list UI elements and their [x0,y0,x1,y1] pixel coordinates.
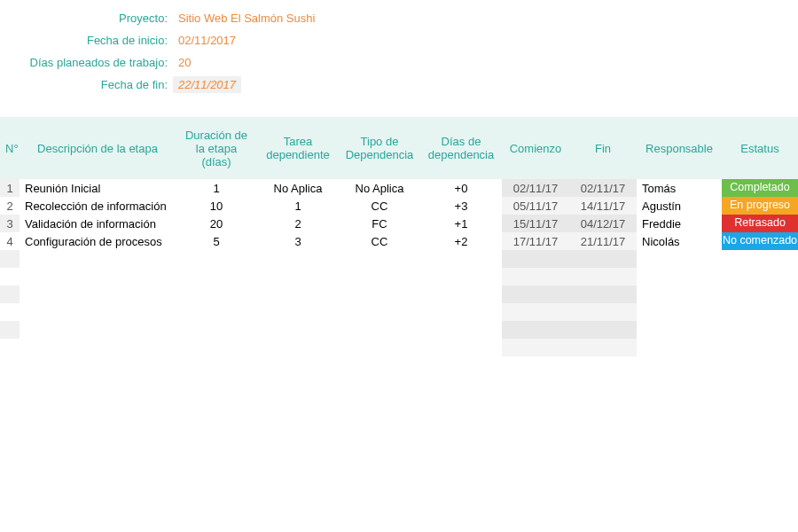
cell-dias: +0 [420,179,502,197]
col-dep: Tarea dependiente [257,117,339,179]
col-dur: Duración de la etapa (días) [176,117,257,179]
stages-table: N° Descripción de la etapa Duración de l… [0,117,798,356]
table-row-empty [0,321,798,339]
table-row[interactable]: 3Validación de información202FC+115/11/1… [0,215,798,232]
label-proyecto: Proyecto: [0,12,173,25]
cell-fin: 14/11/17 [569,197,637,215]
status-badge: Retrasado [722,215,798,232]
cell-dur: 5 [176,232,257,250]
cell-tipo: No Aplica [339,179,420,197]
cell-resp: Freddie [637,215,722,232]
cell-dep: 2 [257,215,339,232]
cell-num: 2 [0,197,20,215]
col-desc: Descripción de la etapa [20,117,176,179]
col-dias: Días de dependencia [420,117,502,179]
project-row-fecha-inicio: Fecha de inicio: 02/11/2017 [0,29,798,51]
cell-dias: +3 [420,197,502,215]
cell-desc: Configuración de procesos [20,232,176,250]
cell-resp: Nicolás [637,232,722,250]
cell-est: En progreso [722,197,798,215]
cell-num: 4 [0,232,20,250]
value-dias-planeados: 20 [173,54,196,71]
table-row[interactable]: 1Reunión Inicial1No AplicaNo Aplica+002/… [0,179,798,197]
col-com: Comienzo [502,117,569,179]
cell-est: Completado [722,179,798,197]
cell-dias: +1 [420,215,502,232]
status-badge: En progreso [722,197,798,215]
label-fecha-fin: Fecha de fin: [0,78,173,91]
label-fecha-inicio: Fecha de inicio: [0,34,173,47]
cell-tipo: CC [339,197,420,215]
cell-com: 15/11/17 [502,215,569,232]
cell-com: 02/11/17 [502,179,569,197]
cell-est: No comenzado [722,232,798,250]
cell-fin: 04/12/17 [569,215,637,232]
cell-dias: +2 [420,232,502,250]
table-header: N° Descripción de la etapa Duración de l… [0,117,798,179]
table-body: 1Reunión Inicial1No AplicaNo Aplica+002/… [0,179,798,356]
cell-tipo: CC [339,232,420,250]
cell-num: 3 [0,215,20,232]
value-fecha-inicio: 02/11/2017 [173,32,241,49]
cell-com: 17/11/17 [502,232,569,250]
value-proyecto: Sitio Web El Salmón Sushi [173,10,320,27]
cell-dep: No Aplica [257,179,339,197]
table-row-empty [0,250,798,268]
project-info: Proyecto: Sitio Web El Salmón Sushi Fech… [0,0,798,101]
table-row[interactable]: 4Configuración de procesos53CC+217/11/17… [0,232,798,250]
cell-dep: 3 [257,232,339,250]
table-row-empty [0,303,798,321]
project-row-proyecto: Proyecto: Sitio Web El Salmón Sushi [0,7,798,29]
cell-fin: 02/11/17 [569,179,637,197]
cell-dur: 1 [176,179,257,197]
table-row-empty [0,268,798,286]
table-row-empty [0,339,798,356]
cell-resp: Tomás [637,179,722,197]
col-resp: Responsable [637,117,722,179]
table-row[interactable]: 2Recolección de información101CC+305/11/… [0,197,798,215]
col-tipo: Tipo de Dependencia [339,117,420,179]
cell-desc: Recolección de información [20,197,176,215]
cell-dep: 1 [257,197,339,215]
table-row-empty [0,286,798,303]
cell-com: 05/11/17 [502,197,569,215]
cell-dur: 10 [176,197,257,215]
project-row-dias-planeados: Días planeados de trabajo: 20 [0,51,798,74]
col-fin: Fin [569,117,637,179]
cell-resp: Agustín [637,197,722,215]
cell-num: 1 [0,179,20,197]
value-fecha-fin: 22/11/2017 [173,76,241,93]
cell-desc: Reunión Inicial [20,179,176,197]
project-row-fecha-fin: Fecha de fin: 22/11/2017 [0,74,798,96]
status-badge: No comenzado [722,232,798,250]
col-est: Estatus [722,117,798,179]
status-badge: Completado [722,179,798,197]
cell-desc: Validación de información [20,215,176,232]
col-num: N° [0,117,20,179]
cell-dur: 20 [176,215,257,232]
cell-tipo: FC [339,215,420,232]
cell-fin: 21/11/17 [569,232,637,250]
cell-est: Retrasado [722,215,798,232]
label-dias-planeados: Días planeados de trabajo: [0,56,173,69]
